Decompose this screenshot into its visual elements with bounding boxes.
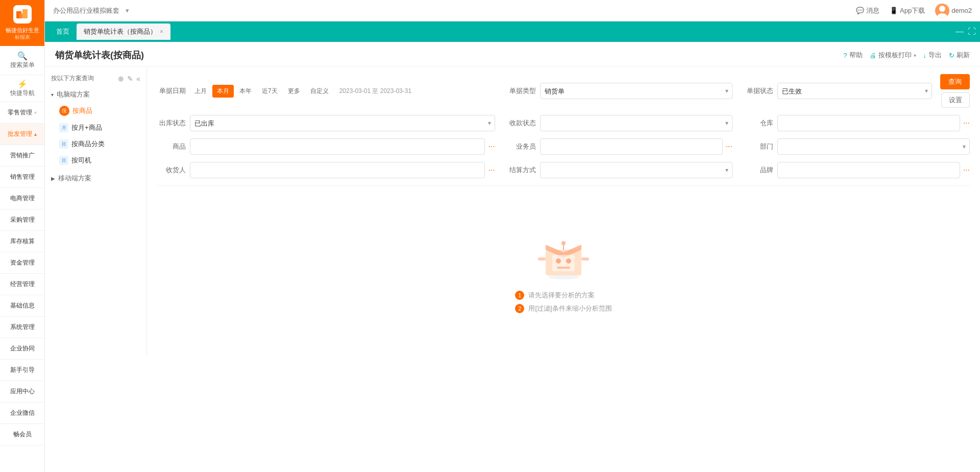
settings-btn[interactable]: 设置 [941, 92, 970, 108]
brand-label: 品牌 [745, 166, 773, 175]
print-label: 按模板打印 [878, 51, 912, 60]
sidebar-item-ecom[interactable]: 电商管理 [0, 188, 44, 209]
scheme-group-arrow-icon: ▾ [51, 92, 54, 98]
scheme-item-by-product-cat[interactable]: 目 按商品分类 [45, 136, 146, 152]
filter-field-date: 单据日期 上月 本月 本年 近7天 更多 自定义 [157, 85, 495, 98]
date-tab-this-year[interactable]: 本年 [235, 85, 256, 98]
messages-label: 消息 [866, 6, 879, 15]
sidebar-item-sys[interactable]: 系统管理 [0, 317, 44, 338]
doc-type-select[interactable]: 销货单 [540, 83, 732, 99]
sidebar-item-base[interactable]: 基础信息 [0, 295, 44, 317]
product-dots-icon[interactable]: ··· [488, 142, 495, 151]
filter-field-salesperson: 业务员 ··· [507, 138, 732, 155]
salesperson-input[interactable] [540, 138, 723, 155]
warehouse-dots-icon[interactable]: ··· [963, 119, 970, 128]
date-tab-more[interactable]: 更多 [283, 85, 305, 98]
tab-close-icon[interactable]: × [160, 28, 163, 35]
refresh-icon: ↻ [949, 52, 954, 59]
sidebar-item-stock[interactable]: 库存核算 [0, 231, 44, 252]
export-icon: ↓ [923, 52, 927, 59]
sidebar-item-sales[interactable]: 销售管理 [0, 167, 44, 188]
date-tab-custom[interactable]: 自定义 [306, 85, 333, 98]
recipient-input[interactable] [190, 162, 485, 178]
tab-minimize-icon[interactable]: — [955, 27, 964, 36]
stock-label: 库存核算 [10, 238, 35, 245]
refresh-btn[interactable]: ↻ 刷新 [949, 51, 970, 60]
quick-nav[interactable]: ⚡ 快捷导航 [0, 75, 44, 102]
salesperson-dots-icon[interactable]: ··· [726, 142, 732, 151]
filter-field-payment-method: 结算方式 [507, 162, 732, 178]
out-status-select[interactable]: 已出库 [190, 115, 495, 131]
messages-btn[interactable]: 💬 消息 [856, 6, 879, 15]
query-btn[interactable]: 查询 [940, 74, 970, 89]
scheme-item-by-product[interactable]: 按 按商品 [45, 102, 146, 120]
industry-dropdown-icon[interactable]: ▾ [126, 7, 129, 14]
sidebar-item-finance[interactable]: 资金管理 [0, 252, 44, 274]
username: demo2 [951, 7, 972, 14]
search-menu[interactable]: 🔍 搜索菜单 [0, 46, 44, 75]
finance-label: 资金管理 [10, 259, 35, 266]
svg-point-7 [566, 258, 571, 264]
sidebar-item-wholesale[interactable]: 批发管理 ▴ [0, 124, 44, 145]
filter-field-doc-type: 单据类型 销货单 [507, 83, 732, 99]
scheme-edit-icon[interactable]: ✎ [127, 75, 133, 83]
doc-status-label: 单据状态 [745, 86, 773, 96]
empty-state: 1 请先选择要分析的方案 2 用[过滤]条件来缩小分析范围 [147, 187, 980, 355]
recipient-dots-icon[interactable]: ··· [488, 166, 495, 175]
sidebar-item-appstore[interactable]: 应用中心 [0, 381, 44, 403]
wechat-label: 企业微信 [10, 409, 35, 416]
sidebar-item-corp[interactable]: 企业协同 [0, 338, 44, 360]
sidebar-item-purchase[interactable]: 采购管理 [0, 209, 44, 231]
brand-dots-icon[interactable]: ··· [963, 166, 970, 175]
date-tab-last-month[interactable]: 上月 [190, 85, 211, 98]
tip-text-1: 请先选择要分析的方案 [528, 291, 595, 300]
print-btn[interactable]: 🖨 按模板打印 ▾ [870, 51, 916, 60]
sidebar-logo: 畅捷信好生意 标报表 [0, 0, 45, 46]
doc-status-select[interactable]: 已生效 [777, 83, 932, 99]
tab-expand-icon[interactable]: ⛶ [968, 27, 976, 36]
sidebar-item-retail[interactable]: 零售管理 ▾ [0, 102, 44, 124]
svg-rect-11 [538, 257, 546, 261]
warehouse-input[interactable] [777, 115, 960, 131]
user-btn[interactable]: demo2 [935, 4, 972, 18]
date-tab-this-month[interactable]: 本月 [212, 85, 234, 98]
help-label: 帮助 [849, 51, 863, 60]
scheme-add-icon[interactable]: ⊕ [118, 75, 124, 83]
sidebar-item-vip[interactable]: 畅会员 [0, 424, 44, 445]
help-btn[interactable]: ? 帮助 [843, 51, 862, 60]
sidebar-item-guide[interactable]: 新手引导 [0, 360, 44, 381]
scheme-group-mobile-header[interactable]: ▶ 移动端方案 [45, 171, 146, 186]
scheme-group-desktop-header[interactable]: ▾ 电脑端方案 [45, 87, 146, 102]
payment-method-select[interactable] [540, 162, 732, 178]
scheme-item-by-cashier[interactable]: 目 按司机 [45, 152, 146, 169]
doc-type-select-wrap: 销货单 [540, 83, 732, 99]
filter-field-product: 商品 ··· [157, 138, 495, 155]
department-select[interactable] [777, 138, 970, 155]
date-tab-7days[interactable]: 近7天 [257, 85, 282, 98]
filter-row-3: 商品 ··· 业务员 ··· [157, 138, 970, 155]
product-input[interactable] [190, 138, 485, 155]
svg-rect-2 [19, 13, 22, 18]
filter-field-doc-status: 单据状态 已生效 查询 设置 [745, 74, 970, 108]
page-title: 销货单统计表(按商品) [55, 49, 144, 61]
recipient-label: 收货人 [157, 166, 186, 175]
scheme-item-by-month-product[interactable]: 月 按月+商品 [45, 120, 146, 136]
empty-state-icon [533, 229, 594, 280]
scheme-item-by-cashier-label: 按司机 [71, 156, 91, 165]
tab-sales-stats[interactable]: 销货单统计表（按商品） × [77, 23, 170, 40]
brand-input[interactable] [777, 162, 960, 178]
empty-tips: 1 请先选择要分析的方案 2 用[过滤]条件来缩小分析范围 [515, 291, 611, 313]
doc-status-select-wrap: 已生效 [777, 83, 932, 99]
app-download-btn[interactable]: 📱 App下载 [890, 6, 925, 15]
scheme-collapse-icon[interactable]: « [136, 75, 140, 83]
sidebar-item-wechat[interactable]: 企业微信 [0, 403, 44, 424]
scheme-panel-title: 按以下方案查询 [51, 74, 94, 83]
tab-home[interactable]: 首页 [49, 23, 77, 40]
payment-status-select[interactable] [540, 115, 732, 131]
main: 办公用品行业模拟账套 ▾ 💬 消息 📱 App下载 demo2 首页 [45, 0, 980, 472]
sidebar-item-marketing[interactable]: 营销推广 [0, 145, 44, 167]
sidebar-item-ops[interactable]: 经营管理 [0, 274, 44, 295]
svg-point-13 [548, 274, 579, 279]
print-arrow-icon[interactable]: ▾ [914, 53, 916, 58]
export-btn[interactable]: ↓ 导出 [923, 51, 942, 60]
